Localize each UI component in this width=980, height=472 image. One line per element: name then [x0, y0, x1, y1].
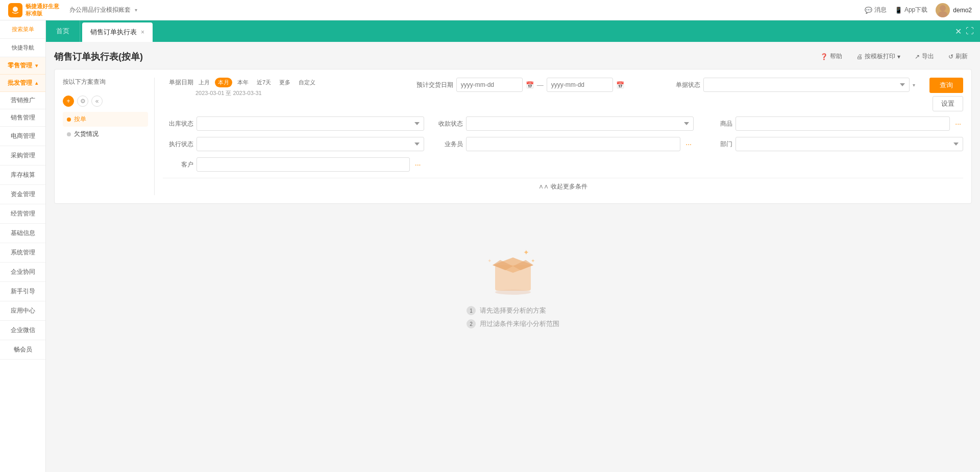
search-btn[interactable]: 查询: [929, 78, 963, 93]
print-btn[interactable]: 🖨 按模板打印 ▾: [852, 50, 904, 63]
user-area[interactable]: demo2: [936, 3, 972, 17]
user-name: demo2: [953, 7, 972, 14]
app-title-dropdown[interactable]: ▾: [135, 7, 137, 13]
sidebar-item-sales[interactable]: 销售管理: [0, 109, 45, 127]
svg-text:✦: ✦: [523, 248, 529, 256]
appstore-label: 应用中心: [11, 307, 35, 314]
filter-row-4: 客户 ···: [163, 157, 963, 172]
download-icon: 📱: [895, 7, 902, 14]
goods-more-btn[interactable]: ···: [953, 120, 963, 128]
goods-label: 商品: [702, 120, 732, 128]
message-icon: 💬: [865, 7, 872, 14]
sidebar-item-basic[interactable]: 基础信息: [0, 224, 45, 243]
sidebar-retail-category[interactable]: 零售管理 ▾: [0, 57, 45, 75]
forecast-date-from[interactable]: [456, 78, 523, 92]
preset-this-year[interactable]: 本年: [234, 78, 252, 87]
svg-point-7: [495, 290, 531, 295]
scheme-press-item[interactable]: 按单: [63, 112, 148, 127]
sidebar-item-marketing[interactable]: 营销推广: [0, 92, 45, 109]
print-dropdown-arrow[interactable]: ▾: [897, 53, 900, 60]
print-icon: 🖨: [856, 53, 863, 60]
customer-more-btn[interactable]: ···: [413, 160, 423, 169]
scheme-settings-btn[interactable]: ⚙: [77, 96, 88, 107]
scheme-collapse-btn[interactable]: «: [91, 96, 103, 107]
help-btn[interactable]: ❓ 帮助: [816, 50, 846, 63]
setting-btn[interactable]: 设置: [933, 96, 963, 111]
add-scheme-btn[interactable]: +: [63, 96, 74, 107]
tab-home[interactable]: 首页: [46, 20, 80, 42]
stock-status-select[interactable]: [197, 116, 424, 131]
page-title: 销售订单执行表(按单): [54, 51, 143, 63]
message-btn[interactable]: 💬 消息: [865, 6, 887, 14]
sidebar-item-search[interactable]: 搜索菜单: [0, 20, 45, 39]
doc-status-select[interactable]: [703, 78, 910, 92]
page-title-bar: 销售订单执行表(按单) ❓ 帮助 🖨 按模板打印 ▾ ↗ 导出: [54, 50, 972, 63]
press-dot: [67, 117, 71, 122]
preset-last-month[interactable]: 上月: [195, 78, 213, 87]
close-window-icon[interactable]: ✕: [955, 27, 962, 36]
logo-text: 畅捷通好生意 标准版: [26, 3, 59, 16]
preset-more[interactable]: 更多: [276, 78, 293, 87]
refresh-btn[interactable]: ↺ 刷新: [944, 50, 972, 63]
retail-label: 零售管理: [8, 62, 32, 69]
exec-status-area: 执行状态: [163, 137, 424, 151]
collapse-more-btn[interactable]: ∧∧ 收起更多条件: [163, 178, 963, 195]
preset-this-month[interactable]: 本月: [215, 78, 232, 87]
forecast-date-to[interactable]: [547, 78, 613, 92]
logo-icon: [8, 3, 22, 17]
wholesale-arrow: ▴: [35, 80, 38, 86]
sidebar-item-ecommerce[interactable]: 电商管理: [0, 127, 45, 146]
goods-area: 商品 ···: [702, 116, 963, 131]
filter-row-2: 出库状态 收款状态: [163, 116, 963, 131]
export-btn[interactable]: ↗ 导出: [911, 50, 938, 63]
quicknav-label: 快捷导航: [2, 44, 43, 52]
sidebar-item-operations[interactable]: 经营管理: [0, 204, 45, 224]
tab-active-sales-order[interactable]: 销售订单执行表 ×: [82, 22, 153, 42]
sidebar-item-enterprise[interactable]: 企业协同: [0, 263, 45, 282]
forecast-date-area: 预计交货日期 📅 — 📅: [416, 78, 662, 92]
customer-label: 客户: [163, 160, 193, 169]
inventory-label: 库存核算: [11, 171, 35, 178]
payment-status-area: 收款状态: [432, 116, 694, 131]
sidebar-item-system[interactable]: 系统管理: [0, 243, 45, 263]
top-bar-left: 畅捷通好生意 标准版 办公用品行业模拟账套 ▾: [8, 3, 137, 17]
collapse-left-icon: «: [95, 98, 99, 105]
department-area: 部门: [702, 137, 963, 151]
sidebar-item-finance[interactable]: 资金管理: [0, 185, 45, 204]
app-title: 办公用品行业模拟账套: [69, 6, 131, 14]
doc-status-label: 单据状态: [670, 81, 700, 89]
sidebar-item-member[interactable]: 畅会员: [0, 340, 45, 360]
fullscreen-icon[interactable]: ⛶: [966, 27, 974, 36]
logo-area: 畅捷通好生意 标准版: [8, 3, 59, 17]
goods-input[interactable]: [736, 116, 950, 131]
exec-status-select[interactable]: [197, 137, 424, 151]
customer-area: 客户 ···: [163, 157, 423, 172]
marketing-label: 营销推广: [11, 97, 35, 104]
sidebar-item-corpwechat[interactable]: 企业微信: [0, 321, 45, 340]
sidebar-wholesale-category[interactable]: 批发管理 ▴: [0, 75, 45, 92]
press-label: 按单: [74, 115, 86, 124]
tab-bar-right: ✕ ⛶: [955, 27, 980, 36]
filter-layout: 按以下方案查询 + ⚙ «: [63, 78, 963, 195]
svg-text:✦: ✦: [531, 258, 535, 264]
payment-status-select[interactable]: [466, 116, 694, 131]
forecast-calendar-from-icon[interactable]: 📅: [526, 81, 534, 89]
sidebar-item-quicknav[interactable]: 快捷导航: [0, 39, 45, 57]
preset-7days[interactable]: 近7天: [254, 78, 274, 87]
salesperson-more-btn[interactable]: ···: [683, 140, 694, 148]
tab-close-btn[interactable]: ×: [141, 29, 144, 36]
top-bar-right: 💬 消息 📱 App下载 demo2: [865, 3, 972, 17]
sidebar-item-purchase[interactable]: 采购管理: [0, 146, 45, 166]
customer-input[interactable]: [197, 157, 410, 172]
sidebar-item-inventory[interactable]: 库存核算: [0, 166, 45, 185]
forecast-calendar-to-icon[interactable]: 📅: [616, 81, 624, 89]
salesperson-input[interactable]: [466, 137, 680, 151]
preset-custom[interactable]: 自定义: [296, 78, 318, 87]
department-select[interactable]: [736, 137, 963, 151]
sidebar-item-newbie[interactable]: 新手引导: [0, 282, 45, 301]
sidebar-item-appstore[interactable]: 应用中心: [0, 301, 45, 321]
scheme-debt-item[interactable]: 欠货情况: [63, 127, 148, 141]
newbie-label: 新手引导: [11, 288, 35, 295]
app-download-btn[interactable]: 📱 App下载: [895, 6, 927, 14]
empty-icon: ✦ ✦ ✦: [482, 245, 544, 296]
